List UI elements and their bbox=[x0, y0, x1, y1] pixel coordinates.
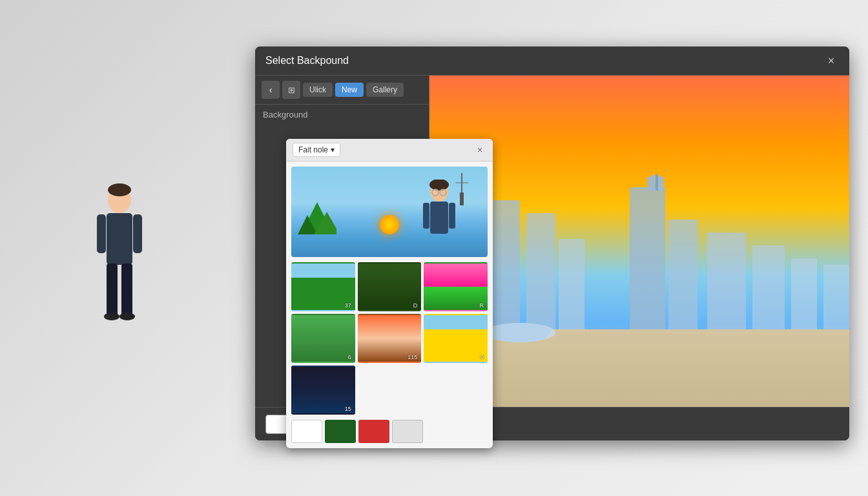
svg-rect-2 bbox=[107, 213, 132, 265]
svg-rect-35 bbox=[423, 203, 429, 229]
sub-panel-close-button[interactable]: × bbox=[473, 143, 486, 156]
thumb-number-6: 0 bbox=[480, 354, 484, 360]
dropdown-label: Fait nole bbox=[298, 145, 328, 154]
thumbnail-6[interactable]: 0 bbox=[424, 314, 488, 363]
thumb-number-7: 15 bbox=[345, 406, 351, 412]
thumbnail-1[interactable]: 37 bbox=[291, 262, 355, 311]
svg-point-8 bbox=[119, 313, 135, 320]
preview-avatar bbox=[417, 180, 462, 257]
chevron-down-icon: ▾ bbox=[331, 145, 335, 154]
svg-rect-36 bbox=[449, 203, 455, 229]
svg-rect-15 bbox=[656, 174, 658, 191]
dialog-title: Select Backpound bbox=[265, 55, 349, 67]
nav-back-button[interactable]: ‹ bbox=[262, 81, 280, 99]
preview-sun bbox=[380, 215, 399, 234]
nav-grid-button[interactable]: ⊞ bbox=[282, 81, 300, 99]
dialog-header: Select Backpound × bbox=[255, 46, 849, 76]
background-picker-panel: Fait nole ▾ × bbox=[286, 139, 493, 448]
section-background-label: Background bbox=[255, 105, 429, 122]
dialog-close-button[interactable]: × bbox=[823, 53, 839, 68]
thumbnail-7[interactable]: 15 bbox=[291, 366, 355, 415]
thumb-number-4: 6 bbox=[348, 354, 351, 360]
thumbnail-2[interactable]: D bbox=[358, 262, 422, 311]
svg-point-1 bbox=[108, 183, 131, 196]
color-swatch-red[interactable] bbox=[358, 420, 389, 443]
svg-rect-6 bbox=[121, 264, 132, 315]
background-preview-image bbox=[291, 167, 488, 257]
svg-rect-3 bbox=[97, 214, 106, 253]
svg-rect-5 bbox=[107, 264, 118, 315]
tab-new[interactable]: New bbox=[335, 83, 364, 97]
tab-gallery[interactable]: Gallery bbox=[366, 83, 404, 97]
thumbnail-5[interactable]: 115 bbox=[358, 314, 422, 363]
boat bbox=[481, 304, 559, 342]
thumb-number-3: R bbox=[479, 302, 484, 309]
filter-dropdown[interactable]: Fait nole ▾ bbox=[293, 143, 340, 157]
thumb-number-2: D bbox=[413, 302, 418, 309]
thumbnail-3[interactable]: R bbox=[424, 262, 488, 311]
svg-point-7 bbox=[104, 313, 119, 320]
color-swatch-white[interactable] bbox=[291, 420, 322, 443]
nav-tabs: ‹ ⊞ Ulick New Gallery bbox=[255, 76, 429, 105]
thumb-number-5: 115 bbox=[408, 354, 417, 360]
color-swatch-gray[interactable] bbox=[392, 420, 423, 443]
background-thumbnail-grid: 37 D R 6 115 0 15 bbox=[291, 262, 488, 415]
color-swatch-row bbox=[291, 420, 488, 443]
thumbnail-4[interactable]: 6 bbox=[291, 314, 355, 363]
color-swatch-green[interactable] bbox=[325, 420, 356, 443]
svg-rect-34 bbox=[430, 202, 448, 234]
sub-panel-content: 37 D R 6 115 0 15 bbox=[286, 161, 493, 448]
tab-ulick[interactable]: Ulick bbox=[303, 83, 333, 97]
sub-panel-header: Fait nole ▾ × bbox=[286, 139, 493, 161]
thumb-number-1: 37 bbox=[345, 302, 351, 309]
svg-rect-4 bbox=[133, 214, 142, 253]
preview-trees bbox=[298, 199, 336, 238]
left-avatar bbox=[90, 181, 149, 375]
